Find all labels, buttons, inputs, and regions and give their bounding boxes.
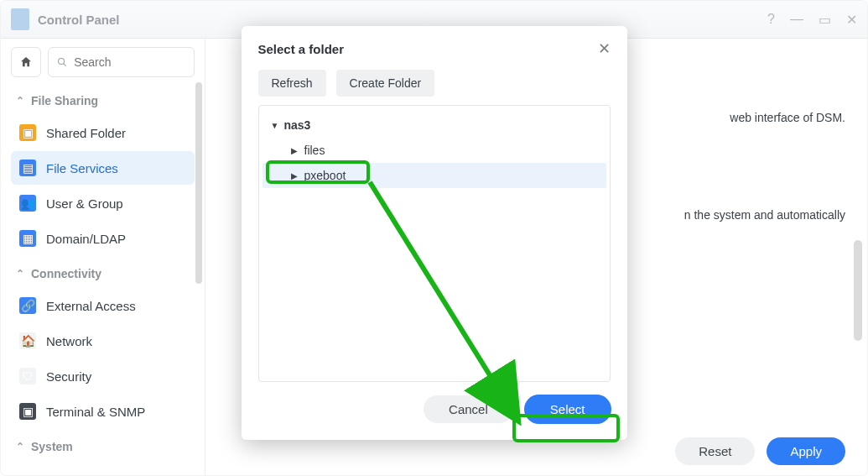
tree-node-root[interactable]: ▼ nas3 xyxy=(262,112,606,138)
modal-overlay: Select a folder ✕ Refresh Create Folder … xyxy=(1,1,867,475)
modal-title: Select a folder xyxy=(258,42,598,56)
select-button[interactable]: Select xyxy=(525,395,611,423)
caret-down-icon: ▼ xyxy=(271,121,279,130)
folder-tree[interactable]: ▼ nas3 ▶ files ▶ pxeboot xyxy=(258,105,611,382)
tree-node-label: files xyxy=(304,144,325,157)
folder-picker-modal: Select a folder ✕ Refresh Create Folder … xyxy=(242,26,627,440)
caret-right-icon: ▶ xyxy=(291,171,299,180)
cancel-button[interactable]: Cancel xyxy=(424,395,513,423)
refresh-button[interactable]: Refresh xyxy=(258,70,326,97)
tree-node-files[interactable]: ▶ files xyxy=(262,138,606,163)
tree-node-pxeboot[interactable]: ▶ pxeboot xyxy=(262,163,606,188)
create-folder-button[interactable]: Create Folder xyxy=(336,70,435,97)
tree-node-label: pxeboot xyxy=(304,169,346,182)
modal-close-button[interactable]: ✕ xyxy=(598,39,611,58)
control-panel-window: Control Panel ? — ▭ ✕ ⌃ File Sharing xyxy=(1,1,867,475)
tree-node-label: nas3 xyxy=(284,118,311,132)
caret-right-icon: ▶ xyxy=(291,146,299,155)
